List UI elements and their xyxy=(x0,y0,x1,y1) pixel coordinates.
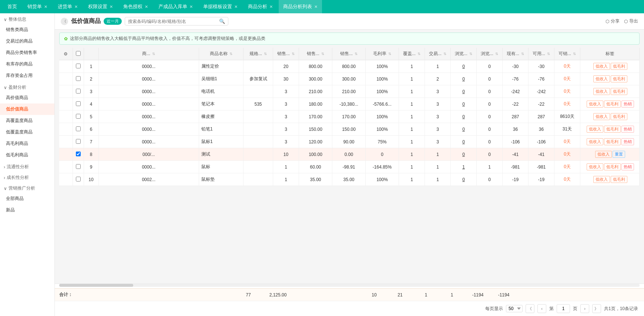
select-all-checkbox[interactable] xyxy=(76,51,81,56)
browse1-value[interactable]: 0 xyxy=(462,152,465,157)
prev-page-button[interactable]: ‹ xyxy=(537,304,546,313)
checkbox-cell[interactable] xyxy=(73,98,84,111)
sidebar-item-low-coverage[interactable]: 低覆盖度商品 xyxy=(0,126,54,138)
close-icon[interactable]: ✕ xyxy=(44,4,47,9)
nav-product-analysis-list[interactable]: 商品分析列表 ✕ xyxy=(279,0,322,13)
browse1-value[interactable]: 0 xyxy=(462,114,465,119)
close-icon[interactable]: ✕ xyxy=(314,4,318,9)
sidebar-group-growth[interactable]: › 成长性分析 xyxy=(0,171,54,182)
browse1-cell[interactable]: 1 xyxy=(451,161,477,173)
nav-sales-order[interactable]: 销货单 ✕ xyxy=(23,0,52,13)
page-number-input[interactable] xyxy=(557,304,570,313)
row-checkbox[interactable] xyxy=(76,139,81,144)
page-size-select[interactable]: 50 100 200 xyxy=(506,305,523,312)
spec-column-header[interactable]: 规格... ⇅ xyxy=(244,48,273,60)
row-checkbox[interactable] xyxy=(76,101,81,106)
row-checkbox[interactable] xyxy=(76,177,81,181)
nav-permissions[interactable]: 权限设置 ✕ xyxy=(84,0,117,13)
browse1-value[interactable]: 0 xyxy=(462,177,465,182)
row-checkbox[interactable] xyxy=(76,76,81,81)
checkbox-cell[interactable] xyxy=(73,111,84,123)
sidebar-item-high-margin[interactable]: 高毛利商品 xyxy=(0,138,54,149)
sidebar-group-overview[interactable]: ∨ 整体信息 xyxy=(0,13,54,24)
sidebar-item-low-margin[interactable]: 低毛利商品 xyxy=(0,149,54,161)
sidebar-item-high-value[interactable]: 高价值商品 xyxy=(0,92,54,103)
next-page-button[interactable]: › xyxy=(580,304,589,313)
close-icon[interactable]: ✕ xyxy=(189,4,193,9)
row-checkbox[interactable] xyxy=(76,126,81,131)
checkbox-cell[interactable] xyxy=(73,73,84,85)
checkbox-cell[interactable] xyxy=(73,60,84,73)
browse1-value[interactable]: 1 xyxy=(462,164,465,170)
nav-role-auth[interactable]: 角色授权 ✕ xyxy=(119,0,152,13)
horizontal-scrollbar[interactable] xyxy=(59,284,640,287)
sidebar-item-stocked-products[interactable]: 有库存的商品 xyxy=(0,58,54,70)
nav-home[interactable]: 首页 xyxy=(3,0,21,13)
row-checkbox[interactable] xyxy=(76,152,81,156)
search-input[interactable] xyxy=(128,19,217,24)
browse1-cell[interactable]: 0 xyxy=(451,136,477,148)
trade-column-header[interactable]: 交易... ⇅ xyxy=(425,48,451,60)
sidebar-item-all-products[interactable]: 全部商品 xyxy=(0,193,54,204)
browse1-cell[interactable]: 0 xyxy=(451,85,477,98)
saleable-column-header[interactable]: 可销... ⇅ xyxy=(554,48,580,60)
checkbox-cell[interactable] xyxy=(73,123,84,136)
cover-column-header[interactable]: 覆盖... ⇅ xyxy=(399,48,425,60)
code-column-header[interactable]: 商... ⇅ xyxy=(98,48,199,60)
browse1-value[interactable]: 0 xyxy=(462,127,465,132)
row-checkbox[interactable] xyxy=(76,164,81,169)
sidebar-group-profit[interactable]: ∨ 盈财分析 xyxy=(0,81,54,92)
browse1-value[interactable]: 0 xyxy=(462,64,465,69)
browse1-cell[interactable]: 0 xyxy=(451,123,477,136)
close-icon[interactable]: ✕ xyxy=(234,4,238,9)
checkbox-cell[interactable] xyxy=(73,173,84,186)
sidebar-item-low-value[interactable]: 低价值商品 xyxy=(0,103,54,115)
browse1-cell[interactable]: 0 xyxy=(451,73,477,85)
sidebar-collapse-button[interactable]: 《 xyxy=(61,18,68,25)
sidebar-group-liquidity[interactable]: › 流通性分析 xyxy=(0,161,54,171)
gross-margin-column-header[interactable]: 毛利率 ⇅ xyxy=(366,48,399,60)
nav-template-settings[interactable]: 单据模板设置 ✕ xyxy=(199,0,242,13)
sidebar-item-new-products[interactable]: 新品 xyxy=(0,204,54,216)
browse1-value[interactable]: 0 xyxy=(462,89,465,94)
checkbox-cell[interactable] xyxy=(73,85,84,98)
sidebar-item-traded-products[interactable]: 交易过的商品 xyxy=(0,35,54,47)
browse1-cell[interactable]: 0 xyxy=(451,111,477,123)
available-column-header[interactable]: 可用... ⇅ xyxy=(529,48,554,60)
browse2-column-header[interactable]: 浏览... ⇅ xyxy=(477,48,503,60)
browse1-value[interactable]: 0 xyxy=(462,139,465,145)
sales-price-column-header[interactable]: 销售... ⇅ xyxy=(299,48,332,60)
nav-product-analysis[interactable]: 商品分析 ✕ xyxy=(244,0,277,13)
row-checkbox[interactable] xyxy=(76,89,81,94)
close-icon[interactable]: ✕ xyxy=(145,4,148,9)
nav-product-inbound[interactable]: 产成品入库单 ✕ xyxy=(154,0,197,13)
sidebar-group-marketing[interactable]: ∨ 营销推广分析 xyxy=(0,182,54,193)
checkbox-cell[interactable] xyxy=(73,161,84,173)
name-column-header[interactable]: 商品名称 ⇅ xyxy=(199,48,244,60)
export-button[interactable]: ⬡ 导出 xyxy=(624,18,638,24)
browse1-value[interactable]: 0 xyxy=(462,77,465,82)
browse1-cell[interactable]: 0 xyxy=(451,98,477,111)
settings-column-header[interactable]: ⚙ xyxy=(59,48,73,60)
browse1-column-header[interactable]: 浏览... ⇅ xyxy=(451,48,477,60)
sidebar-item-category-sales-rate[interactable]: 商品分类销售率 xyxy=(0,47,54,58)
close-icon[interactable]: ✕ xyxy=(74,4,78,9)
sales-cost-column-header[interactable]: 销售... ⇅ xyxy=(332,48,366,60)
checkbox-cell[interactable] xyxy=(73,136,84,148)
browse1-value[interactable]: 0 xyxy=(462,102,465,107)
sidebar-item-sales-products[interactable]: 销售类商品 xyxy=(0,24,54,35)
sidebar-item-high-coverage[interactable]: 高覆盖度商品 xyxy=(0,115,54,126)
last-page-button[interactable]: 》 xyxy=(592,304,601,313)
current-stock-column-header[interactable]: 现有... ⇅ xyxy=(503,48,529,60)
row-checkbox[interactable] xyxy=(76,114,81,119)
sales-qty-column-header[interactable]: 销售... ⇅ xyxy=(273,48,299,60)
row-checkbox[interactable] xyxy=(76,64,81,68)
checkbox-column-header[interactable] xyxy=(73,48,84,60)
first-page-button[interactable]: 《 xyxy=(526,304,534,313)
checkbox-cell[interactable] xyxy=(73,148,84,161)
scrollbar-thumb[interactable] xyxy=(59,284,133,287)
search-icon[interactable]: 🔍 xyxy=(219,18,225,24)
browse1-cell[interactable]: 0 xyxy=(451,148,477,161)
close-icon[interactable]: ✕ xyxy=(269,4,273,9)
nav-purchase-order[interactable]: 进货单 ✕ xyxy=(53,0,82,13)
